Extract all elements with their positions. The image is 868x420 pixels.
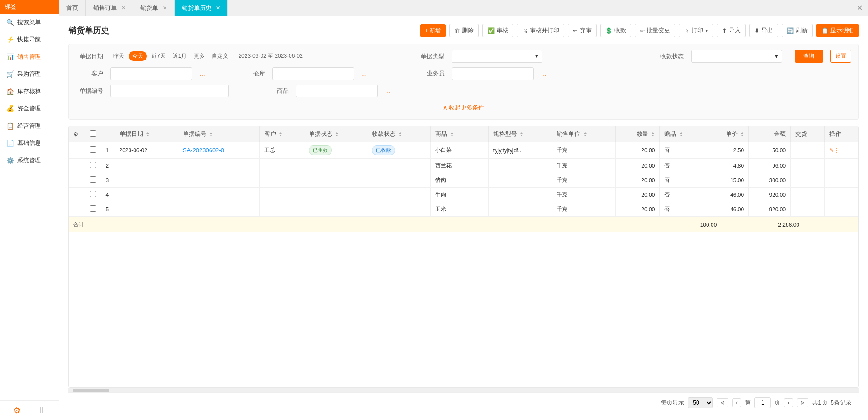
tab-home[interactable]: 首页 <box>59 0 86 16</box>
th-qty-sort[interactable] <box>651 132 655 136</box>
th-customer[interactable]: 客户 <box>259 126 304 142</box>
more-op[interactable]: ⋮ <box>834 147 839 154</box>
th-doc-status[interactable]: 单据状态 <box>304 126 367 142</box>
settings-gear-icon[interactable]: ⚙ <box>73 131 79 138</box>
row-checkbox[interactable] <box>90 146 96 153</box>
th-price[interactable]: 单价 <box>704 126 749 142</box>
date-btn-today[interactable]: 今天 <box>129 51 147 61</box>
display-button[interactable]: 📋 显示明细 <box>816 24 859 37</box>
row-checkbox[interactable] <box>90 205 96 212</box>
tab-sales-history-close[interactable]: ✕ <box>216 5 220 11</box>
tab-sales-delivery-close[interactable]: ✕ <box>163 5 167 11</box>
audit-print-button[interactable]: 🖨 审核并打印 <box>517 24 564 37</box>
td-checkbox[interactable] <box>85 202 101 217</box>
tab-sales-delivery[interactable]: 销货单 ✕ <box>133 0 175 16</box>
th-doc-status-sort[interactable] <box>335 132 339 136</box>
new-button[interactable]: + 新增 <box>420 24 446 37</box>
td-settings <box>69 142 85 159</box>
delete-button[interactable]: 🗑 删除 <box>449 24 479 37</box>
settings-filter-button[interactable]: 设置 <box>830 50 851 63</box>
tab-sales-order[interactable]: 销售订单 ✕ <box>86 0 133 16</box>
date-btn-custom[interactable]: 自定义 <box>209 51 231 61</box>
export-button[interactable]: ⬇ 导出 <box>749 24 778 37</box>
th-settings[interactable]: ⚙ <box>69 126 85 142</box>
next-page-button[interactable]: › <box>784 398 793 407</box>
sidebar-item-basic-info[interactable]: 📄 基础信息 <box>0 135 59 152</box>
filter-collapse[interactable]: ∧ 收起更多条件 <box>76 102 851 114</box>
collect-status-select[interactable]: ▾ <box>691 50 782 63</box>
last-page-button[interactable]: ⊳ <box>797 398 808 407</box>
td-checkbox[interactable] <box>85 173 101 188</box>
doc-type-select[interactable]: ▾ <box>452 50 542 63</box>
th-doc-no-sort[interactable] <box>209 132 213 136</box>
batch-change-button[interactable]: ✏ 批量变更 <box>635 24 675 37</box>
sidebar-item-system[interactable]: ⚙️ 系统管理 <box>0 152 59 169</box>
select-all-checkbox[interactable] <box>90 130 96 137</box>
goods-dots[interactable]: ... <box>385 87 391 95</box>
date-btn-yesterday[interactable]: 昨天 <box>110 51 127 61</box>
doc-no-input[interactable] <box>110 85 229 97</box>
row-checkbox[interactable] <box>90 162 96 168</box>
date-btn-more[interactable]: 更多 <box>191 51 207 61</box>
th-unit-sort[interactable] <box>583 132 587 136</box>
th-unit[interactable]: 销售单位 <box>552 126 615 142</box>
sidebar-item-inventory[interactable]: 🏠 库存核算 <box>0 83 59 100</box>
sidebar-footer-icon1[interactable]: ⚙ <box>13 405 20 415</box>
doc-no-link[interactable]: SA-20230602-0 <box>183 147 224 154</box>
td-gift: 否 <box>660 173 704 188</box>
customer-input[interactable] <box>110 67 192 80</box>
warehouse-input[interactable] <box>272 67 354 80</box>
collect-button[interactable]: 💲 收款 <box>600 24 631 37</box>
th-collect-status[interactable]: 收款状态 <box>367 126 430 142</box>
sidebar-item-finance[interactable]: 💰 资金管理 <box>0 100 59 117</box>
th-collect-status-sort[interactable] <box>398 132 402 136</box>
horizontal-scrollbar[interactable] <box>68 388 859 392</box>
sidebar-item-sales[interactable]: 📊 销售管理 <box>0 48 59 65</box>
sidebar-footer-icon2[interactable]: ⏸ <box>37 405 45 415</box>
th-price-sort[interactable] <box>740 132 744 136</box>
edit-op[interactable]: ✎ <box>829 147 834 154</box>
td-checkbox[interactable] <box>85 159 101 173</box>
sidebar-item-purchase[interactable]: 🛒 采购管理 <box>0 65 59 83</box>
th-gift[interactable]: 赠品 <box>660 126 704 142</box>
th-qty[interactable]: 数量 <box>615 126 660 142</box>
per-page-select[interactable]: 50 100 200 <box>688 397 713 408</box>
tab-sales-order-close[interactable]: ✕ <box>121 5 125 11</box>
abandon-button[interactable]: ↩ 弃审 <box>568 24 597 37</box>
th-doc-date[interactable]: 单据日期 <box>115 126 178 142</box>
prev-page-button[interactable]: ‹ <box>732 398 741 407</box>
customer-dots[interactable]: ... <box>200 70 205 77</box>
date-btn-1month[interactable]: 近1月 <box>170 51 190 61</box>
tab-sales-history[interactable]: 销货单历史 ✕ <box>175 0 228 16</box>
sidebar-item-quick-nav[interactable]: ⚡ 快捷导航 <box>0 31 59 48</box>
tab-bar-close-button[interactable]: ✕ <box>851 4 868 12</box>
scrollbar-thumb[interactable] <box>73 389 109 392</box>
th-goods-sort[interactable] <box>450 132 454 136</box>
row-checkbox[interactable] <box>90 191 96 197</box>
refresh-button[interactable]: 🔄 刷新 <box>782 24 813 37</box>
import-button[interactable]: ⬆ 导入 <box>717 24 746 37</box>
th-spec-sort[interactable] <box>520 132 523 136</box>
audit-button[interactable]: ✅ 审核 <box>482 24 513 37</box>
first-page-button[interactable]: ⊲ <box>717 398 728 407</box>
sidebar-item-search-menu[interactable]: 🔍 搜索菜单 <box>0 14 59 31</box>
th-gift-sort[interactable] <box>679 132 683 136</box>
current-page-input[interactable] <box>754 397 771 408</box>
row-checkbox[interactable] <box>90 176 96 183</box>
th-checkbox[interactable] <box>85 126 101 142</box>
date-btn-7days[interactable]: 近7天 <box>149 51 168 61</box>
th-doc-date-sort[interactable] <box>146 132 150 136</box>
salesman-dots[interactable]: ... <box>541 70 547 77</box>
sidebar-item-operations[interactable]: 📋 经营管理 <box>0 117 59 135</box>
goods-input[interactable] <box>296 85 378 97</box>
print-button[interactable]: 🖨 打印 ▾ <box>679 24 713 37</box>
th-goods[interactable]: 商品 <box>431 126 489 142</box>
td-checkbox[interactable] <box>85 188 101 202</box>
th-doc-no[interactable]: 单据编号 <box>178 126 259 142</box>
td-checkbox[interactable] <box>85 142 101 159</box>
th-spec[interactable]: 规格型号 <box>488 126 552 142</box>
salesman-input[interactable] <box>452 67 534 80</box>
th-customer-sort[interactable] <box>279 132 282 136</box>
warehouse-dots[interactable]: ... <box>361 70 367 77</box>
query-button[interactable]: 查询 <box>795 50 823 63</box>
